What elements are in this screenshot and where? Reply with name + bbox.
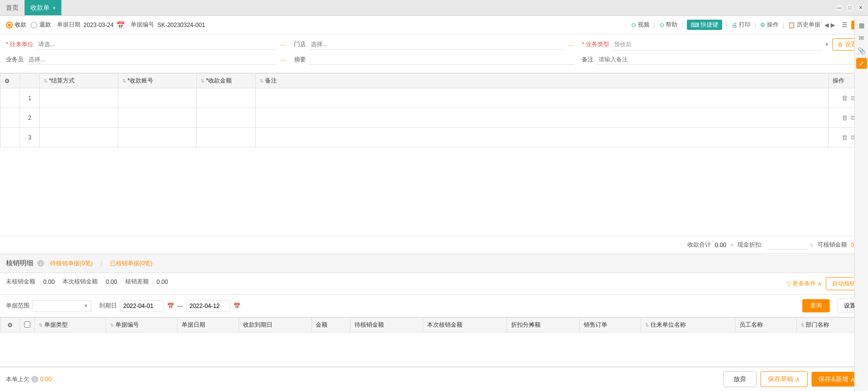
- radio-receive[interactable]: 收款: [6, 21, 27, 29]
- nav-next[interactable]: ▶: [831, 22, 835, 28]
- table-row: 1 🗑 ⧉: [0, 88, 868, 108]
- date-to-calendar-icon[interactable]: 📅: [233, 303, 241, 309]
- delete-icon-2[interactable]: 🗑: [841, 114, 848, 121]
- td-remark-3[interactable]: [256, 128, 829, 147]
- sidebar-clip-icon[interactable]: 📎: [856, 45, 867, 56]
- current-value: 0.00: [106, 279, 117, 285]
- pending-tab[interactable]: 待核销单据(0笔): [48, 259, 95, 268]
- history-icon: 📋: [788, 22, 795, 28]
- range-select[interactable]: [32, 300, 91, 312]
- store-label: 门店: [294, 40, 306, 49]
- more-conditions-label: 更多条件: [792, 279, 816, 288]
- help-icon: ⊙: [659, 22, 664, 28]
- delete-icon-1[interactable]: 🗑: [841, 94, 848, 102]
- store-more-icon[interactable]: ···: [569, 41, 574, 49]
- verification-area: 未核销金额 0.00 本次核销金额 0.00 核销差额 0.00 ▽ 更多条件 …: [0, 273, 868, 295]
- td-remark-1[interactable]: [256, 88, 829, 108]
- video-button[interactable]: ⊙ 视频: [631, 21, 650, 29]
- partner-more-icon[interactable]: ···: [280, 41, 286, 49]
- table-row: 3 🗑 ⧉: [0, 128, 868, 147]
- section-title: 核销明细: [6, 259, 33, 268]
- sth-partner-name: ⇅ 往来单位名称: [641, 318, 735, 333]
- date-from-calendar-icon[interactable]: 📅: [167, 303, 174, 309]
- second-table: ⚙ ⇅ 单据类型 ⇅ 单据编号 单据日期 收款到期日 金额 待核销金额 本次核销…: [0, 317, 868, 333]
- diff-value: 0.00: [157, 279, 168, 285]
- td-amount-3[interactable]: [197, 128, 256, 147]
- td-amount-1[interactable]: [197, 88, 256, 108]
- tab-receipt[interactable]: 收款单 ×: [25, 0, 61, 15]
- sidebar-table-icon[interactable]: ▦: [856, 20, 867, 30]
- sidebar-mail-icon[interactable]: ✉: [856, 32, 867, 43]
- sth-discount: 折扣分摊额: [507, 318, 579, 333]
- filter-chevron-icon: ∧: [817, 280, 822, 287]
- list-view-btn[interactable]: ☰: [839, 21, 850, 29]
- select-all-checkbox[interactable]: [24, 321, 30, 328]
- section-info-icon[interactable]: i: [37, 260, 44, 267]
- abandon-button[interactable]: 放弃: [723, 371, 757, 387]
- tab-receipt-close[interactable]: ×: [53, 5, 55, 11]
- close-button[interactable]: ✕: [857, 4, 864, 11]
- operations-icon: ⚙: [760, 22, 765, 28]
- radio-refund-label: 退款: [39, 21, 51, 29]
- td-payment-1[interactable]: [40, 88, 118, 108]
- td-account-3[interactable]: [118, 128, 197, 147]
- doc-num-label: 单据编号: [131, 21, 154, 29]
- staff-more-icon[interactable]: ···: [280, 56, 286, 64]
- summary-input[interactable]: [309, 55, 574, 65]
- table-wrapper: ⚙ ⇅ *结算方式 ⇅ *收款账号 ⇅ *收款金额: [0, 73, 868, 236]
- calendar-icon[interactable]: 📅: [116, 21, 125, 29]
- date-from-input[interactable]: [120, 300, 164, 312]
- th-settings[interactable]: ⚙: [0, 74, 20, 88]
- bottom-info-icon[interactable]: i: [31, 376, 38, 383]
- remark-input[interactable]: [597, 55, 862, 65]
- query-button[interactable]: 查询: [802, 299, 830, 312]
- th-row-num: [20, 74, 40, 88]
- shortcut-button[interactable]: ⌨ 快捷键: [687, 20, 722, 30]
- td-rownum-3: 3: [20, 128, 40, 147]
- form-row-2: 业务员 ··· 摘要 备注: [6, 55, 862, 65]
- td-account-1[interactable]: [118, 88, 197, 108]
- td-payment-2[interactable]: [40, 108, 118, 128]
- td-remark-2[interactable]: [256, 108, 829, 128]
- bottom-bar: 本单上欠 i 0.00 放弃 保存草稿 ∧ 保存&新增 ∧: [0, 366, 868, 391]
- save-draft-button[interactable]: 保存草稿 ∧: [760, 371, 808, 387]
- remark-label: 备注: [582, 56, 594, 64]
- staff-label: 业务员: [6, 56, 24, 64]
- bottom-info-value: 0.00: [40, 376, 52, 383]
- history-button[interactable]: 📋 历史单据: [788, 21, 820, 29]
- biz-type-field: 业务类型 预收款 ▼ ⚙ 设置: [582, 38, 862, 51]
- sth-doc-date: 单据日期: [177, 318, 239, 333]
- done-tab[interactable]: 已核销单据(0笔): [108, 259, 155, 268]
- sep3: |: [726, 22, 728, 28]
- sth-settings[interactable]: ⚙: [0, 318, 20, 333]
- range-filter-field: 单据范围 ▼: [6, 300, 91, 312]
- maximize-button[interactable]: □: [846, 4, 853, 11]
- more-conditions-btn[interactable]: ▽ 更多条件 ∧: [787, 279, 822, 288]
- sth-staff-name: 员工名称: [735, 318, 796, 333]
- td-payment-3[interactable]: [40, 128, 118, 147]
- date-to-input[interactable]: [186, 300, 230, 312]
- staff-input[interactable]: [27, 55, 275, 65]
- th-remark: ⇅ 备注: [256, 74, 829, 88]
- tab-home[interactable]: 首页: [0, 0, 25, 15]
- nav-prev[interactable]: ◀: [824, 22, 829, 28]
- td-amount-2[interactable]: [197, 108, 256, 128]
- discount-input[interactable]: [767, 240, 806, 250]
- sth-doc-type: ⇅ 单据类型: [35, 318, 106, 333]
- help-button[interactable]: ⊙ 帮助: [659, 21, 678, 29]
- th-remark-label: 备注: [265, 77, 277, 84]
- minimize-button[interactable]: —: [836, 4, 842, 11]
- partner-input[interactable]: [36, 39, 275, 50]
- delete-icon-3[interactable]: 🗑: [841, 134, 848, 141]
- unchecked-value: 0.00: [43, 279, 54, 285]
- print-button[interactable]: 🖨 打印: [732, 21, 751, 29]
- sth-checkbox[interactable]: [20, 318, 35, 333]
- biz-type-dropdown-arrow[interactable]: ▼: [824, 42, 829, 47]
- td-account-2[interactable]: [118, 108, 197, 128]
- radio-refund[interactable]: 退款: [30, 21, 51, 29]
- operations-button[interactable]: ⚙ 操作: [760, 21, 779, 29]
- th-account-label: *收款账号: [128, 77, 154, 84]
- sidebar-expand-icon[interactable]: ⤢: [856, 58, 867, 69]
- date-label: 单据日期: [57, 21, 81, 29]
- store-input[interactable]: [309, 39, 564, 50]
